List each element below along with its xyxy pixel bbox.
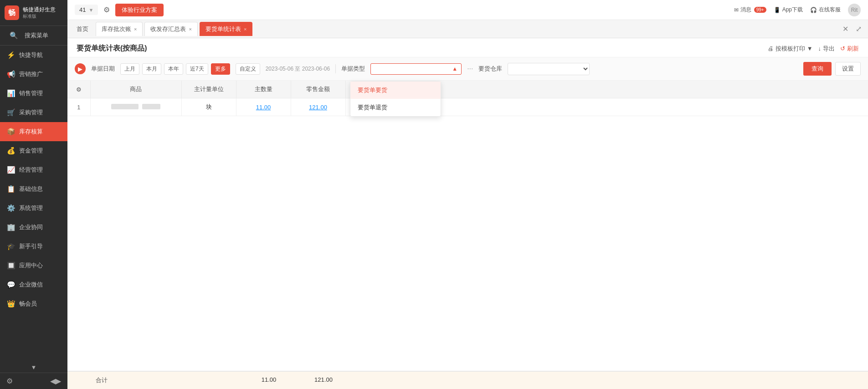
type-select[interactable]: ▲ [370,63,462,75]
sidebar-nav: ⚡ 快捷导航 📢 营销推广 📊 销售管理 🛒 采购管理 📦 库存核算 💰 资金管… [0,46,67,362]
data-table: ⚙ 商品 主计量单位 主数量 零售金额 1 [67,81,868,116]
row-num: 1 [67,98,90,116]
messages-btn[interactable]: ✉ 消息 99+ [734,6,766,14]
messages-icon: ✉ [734,7,739,13]
sales-icon: 📊 [6,89,15,98]
sidebar-item-marketing[interactable]: 📢 营销推广 [0,65,67,84]
topbar-right: ✉ 消息 99+ 📱 App下载 🎧 在线客服 Rit [734,4,861,16]
logo-name: 畅捷通好生意 [23,6,56,14]
col-settings[interactable]: ⚙ [67,81,90,98]
dropdown-item-order-goods[interactable]: 要货单要货 [350,82,441,99]
tab-home[interactable]: 首页 [71,22,94,36]
sidebar-item-sales[interactable]: 📊 销售管理 [0,84,67,103]
collapse-icon[interactable]: ◀▶ [50,377,61,385]
date-btn-this-year[interactable]: 本年 [164,63,183,75]
print-btn[interactable]: 🖨 按模板打印 ▼ [768,45,813,53]
sidebar-item-wechat[interactable]: 💬 企业微信 [0,275,67,294]
sidebar-label-operations: 经营管理 [19,166,43,174]
date-btn-this-month[interactable]: 本月 [142,63,161,75]
sidebar-item-appstore[interactable]: 🔲 应用中心 [0,256,67,275]
dropdown-item-order-return[interactable]: 要货单退货 [350,99,441,116]
online-service-btn[interactable]: 🎧 在线客服 [810,6,841,14]
sidebar-item-membership[interactable]: 👑 畅会员 [0,294,67,313]
guide-icon: 🎓 [6,242,15,251]
sidebar-item-enterprise[interactable]: 🏢 企业协同 [0,218,67,237]
service-icon: 🎧 [810,7,817,13]
tab-receipts-summary[interactable]: 收发存汇总表 × [144,22,197,36]
row-product [90,98,181,116]
type-filter-label: 单据类型 [341,65,365,73]
sidebar-item-finance[interactable]: 💰 资金管理 [0,141,67,160]
print-icon: 🖨 [768,45,774,52]
sidebar-label-wechat: 企业微信 [19,281,43,289]
sidebar-item-guide[interactable]: 🎓 新手引导 [0,237,67,256]
sidebar-label-inventory: 库存核算 [19,128,43,136]
operations-icon: 📈 [6,165,15,174]
close-all-tabs-btn[interactable]: ✕ [840,24,851,34]
date-btn-more[interactable]: 更多 [211,63,230,75]
sidebar-label-basics: 基础信息 [19,185,43,193]
filter-more-icon[interactable]: ··· [467,65,473,73]
industry-btn[interactable]: 体验行业方案 [115,4,164,16]
tab-inventory-batch-label: 库存批次账 [102,25,131,33]
page-content: 要货单统计表(按商品) 🖨 按模板打印 ▼ ↓ 导出 ↺ 刷新 ▶ [67,38,868,389]
sidebar-label-marketing: 营销推广 [19,70,43,78]
date-filter-label: 单据日期 [91,65,115,73]
page-title: 要货单统计表(按商品) [77,44,147,53]
tab-receipts-summary-close[interactable]: × [189,26,191,32]
filter-expand-btn[interactable]: ▶ [75,63,86,74]
warehouse-select[interactable] [508,63,590,75]
sidebar: 畅 畅捷通好生意 标准版 🔍 搜索菜单 ⚡ 快捷导航 📢 营销推广 📊 销售管理… [0,0,67,389]
export-btn[interactable]: ↓ 导出 [818,45,835,53]
tab-inventory-batch-close[interactable]: × [134,26,137,32]
sidebar-item-basics[interactable]: 📋 基础信息 [0,179,67,199]
sidebar-item-system[interactable]: ⚙️ 系统管理 [0,199,67,218]
page-header: 要货单统计表(按商品) 🖨 按模板打印 ▼ ↓ 导出 ↺ 刷新 [67,38,868,57]
sidebar-search[interactable]: 🔍 搜索菜单 [0,26,67,46]
table-row: 1 块 11.00 121.00 [67,98,868,116]
amount-link[interactable]: 121.00 [309,104,327,111]
filter-actions: 查询 设置 [803,62,861,76]
filter-bar: ▶ 单据日期 上月 本月 本年 近7天 更多 自定义 2023-05-06 至 … [67,57,868,81]
sidebar-scroll-down[interactable]: ▼ [0,362,67,373]
warehouse-filter-label: 要货仓库 [478,65,502,73]
app-download-btn[interactable]: 📱 App下载 [774,6,803,14]
search-icon: 🔍 [9,31,18,40]
custom-date-btn[interactable]: 自定义 [236,63,260,75]
user-avatar[interactable]: Rit [848,4,861,16]
export-label: 导出 [823,45,835,53]
sidebar-logo: 畅 畅捷通好生意 标准版 [0,0,67,26]
quantity-link[interactable]: 11.00 [256,104,271,111]
date-btn-last-month[interactable]: 上月 [120,63,139,75]
print-label: 按模板打印 [776,45,805,53]
expand-tabbar-btn[interactable]: ⤢ [853,24,864,34]
topbar-gear-icon[interactable]: ⚙ [103,5,110,14]
query-btn[interactable]: 查询 [803,62,832,76]
type-select-input[interactable] [375,66,452,72]
filter-settings-btn[interactable]: 设置 [835,62,861,76]
tabbar: 首页 库存批次账 × 收发存汇总表 × 要货单统计表 × ✕ ⤢ [67,20,868,38]
sidebar-item-procurement[interactable]: 🛒 采购管理 [0,103,67,122]
refresh-btn[interactable]: ↺ 刷新 [840,45,859,53]
topbar: 41 ▼ ⚙ 体验行业方案 ✉ 消息 99+ 📱 App下载 🎧 在线客服 Ri… [67,0,868,20]
date-btn-last7days[interactable]: 近7天 [186,63,208,75]
date-range-display: 2023-05-06 至 2023-06-06 [266,65,330,73]
messages-badge: 99+ [754,7,766,13]
sidebar-item-operations[interactable]: 📈 经营管理 [0,160,67,179]
filter-date-btns: 上月 本月 本年 近7天 更多 [120,63,230,75]
topbar-left: 41 ▼ ⚙ 体验行业方案 [75,4,734,16]
export-icon: ↓ [818,45,822,52]
tab-inventory-batch[interactable]: 库存批次账 × [96,22,143,36]
tab-order-stats[interactable]: 要货单统计表 × [200,22,252,36]
sidebar-item-shortcuts[interactable]: ⚡ 快捷导航 [0,46,67,65]
sidebar-item-inventory[interactable]: 📦 库存核算 [0,122,67,141]
wechat-icon: 💬 [6,280,15,289]
settings-bottom-icon[interactable]: ⚙ [6,377,13,385]
sidebar-label-system: 系统管理 [19,204,43,212]
tab-order-stats-close[interactable]: × [244,26,247,32]
refresh-icon: ↺ [840,45,845,52]
messages-label: 消息 [740,6,751,14]
appstore-icon: 🔲 [6,261,15,270]
store-selector[interactable]: 41 ▼ [75,5,98,15]
col-quantity: 主数量 [236,81,291,98]
